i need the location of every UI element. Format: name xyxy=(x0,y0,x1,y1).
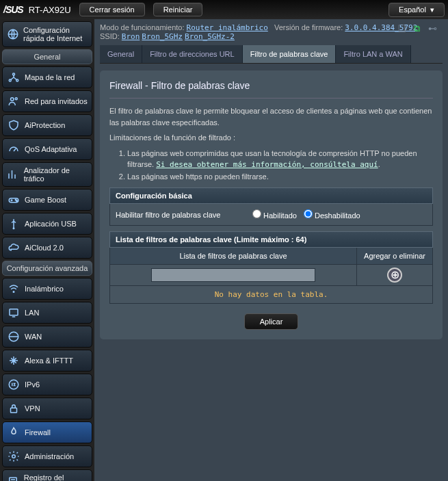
networkmap-icon xyxy=(7,70,21,84)
sidebar: Configuración rápida de Internet General… xyxy=(0,19,94,481)
tab-keyword-filter[interactable]: Filtro de palabras clave xyxy=(243,45,337,63)
no-data-message: No hay datos en la tabla. xyxy=(109,286,433,304)
keyword-list-header: Lista de filtros de palabras clave (Limi… xyxy=(109,231,433,248)
keyword-input[interactable] xyxy=(151,268,315,282)
tab-general[interactable]: General xyxy=(100,45,142,63)
sidebar-item-qis[interactable]: Configuración rápida de Internet xyxy=(2,21,92,47)
status-icon[interactable]: ❏ xyxy=(398,23,409,34)
radio-disabled[interactable] xyxy=(304,209,313,218)
svg-rect-14 xyxy=(11,408,17,413)
svg-point-15 xyxy=(12,455,16,458)
sidebar-item-guest[interactable]: Red para invitados xyxy=(2,90,92,112)
globe-icon xyxy=(7,330,21,343)
sidebar-item-wan[interactable]: WAN xyxy=(2,326,92,348)
sidebar-item-vpn[interactable]: VPN xyxy=(2,398,92,419)
shield-icon xyxy=(7,118,21,132)
sidebar-item-qos[interactable]: QoS Adaptativa xyxy=(2,138,92,160)
sidebar-item-aicloud[interactable]: AiCloud 2.0 xyxy=(2,237,92,259)
globe-icon xyxy=(7,27,19,41)
sidebar-item-aiprotection[interactable]: AiProtection xyxy=(2,114,92,136)
sidebar-item-firewall[interactable]: Firewall xyxy=(2,421,92,443)
sidebar-section-advanced: Configuración avanzada xyxy=(2,261,92,276)
model-name: RT-AX92U xyxy=(29,5,71,15)
sidebar-item-usb[interactable]: Aplicación USB xyxy=(2,213,92,235)
radio-enabled-label[interactable]: Habilitado xyxy=(252,209,297,220)
ssid-value: Bron xyxy=(122,32,140,41)
top-bar: /SUS RT-AX92U Cerrar sesión Reiniciar Es… xyxy=(0,0,448,19)
apply-button[interactable]: Aplicar xyxy=(244,313,299,330)
svg-point-5 xyxy=(15,98,17,100)
col-keyword-header: Lista de filtros de palabras clave xyxy=(110,248,357,264)
svg-rect-11 xyxy=(10,309,18,315)
usb-icon xyxy=(7,217,21,231)
svg-point-1 xyxy=(13,73,15,75)
radio-enabled[interactable] xyxy=(252,209,261,218)
svg-point-8 xyxy=(16,200,18,202)
svg-point-13 xyxy=(9,380,18,389)
sidebar-item-traffic[interactable]: Analizador de tráfico xyxy=(2,162,92,187)
ipv6-icon xyxy=(7,378,21,391)
logout-button[interactable]: Cerrar sesión xyxy=(79,3,145,16)
gear-icon xyxy=(7,450,21,463)
page-title: Firewall - Filtro de palabras clave xyxy=(109,80,433,99)
gamepad-icon xyxy=(7,193,21,207)
tab-url-filter[interactable]: Filtro de direcciones URL xyxy=(142,45,243,63)
sidebar-item-networkmap[interactable]: Mapa de la red xyxy=(2,66,92,88)
enable-filter-label: Habilitar filtro de palabras clave xyxy=(116,211,252,219)
intro-text: El filtro de palabras clave le permite b… xyxy=(109,105,433,128)
lock-icon xyxy=(7,402,21,415)
cloud-icon xyxy=(7,241,21,255)
sidebar-item-admin[interactable]: Administración xyxy=(2,445,92,467)
operation-mode-link[interactable]: Router inalámbrico xyxy=(187,23,268,32)
content-area: Modo de funcionamiento: Router inalámbri… xyxy=(94,19,448,481)
reboot-button[interactable]: Reiniciar xyxy=(153,3,203,16)
tab-lan-wan-filter[interactable]: Filtro LAN a WAN xyxy=(336,45,410,63)
sidebar-item-gameboost[interactable]: Game Boost xyxy=(2,189,92,211)
ssid-value: Bron_5GHz-2 xyxy=(185,32,235,41)
svg-point-10 xyxy=(13,291,14,293)
sidebar-item-ipv6[interactable]: IPv6 xyxy=(2,374,92,395)
brand-logo: /SUS xyxy=(3,4,23,15)
log-icon xyxy=(7,475,20,481)
sidebar-item-alexa[interactable]: Alexa & IFTTT xyxy=(2,350,92,372)
limitation-item: Las páginas web comprimidas que usan la … xyxy=(127,148,433,171)
limits-text: Limitaciones de la función de filtrado : xyxy=(109,132,433,144)
chart-icon xyxy=(7,168,20,181)
lan-icon xyxy=(7,306,21,320)
guest-icon xyxy=(7,94,21,108)
sidebar-item-lan[interactable]: LAN xyxy=(2,302,92,324)
wifi-icon xyxy=(7,282,21,296)
sparkle-icon xyxy=(7,354,21,367)
limitation-item: Las páginas web https no pueden filtrars… xyxy=(127,171,433,183)
add-button[interactable]: ⊕ xyxy=(387,268,402,283)
gauge-icon xyxy=(7,142,21,156)
sidebar-section-general: General xyxy=(2,49,92,64)
basic-config-header: Configuración básica xyxy=(109,187,433,204)
svg-point-4 xyxy=(11,98,14,101)
status-icon[interactable]: ⧉ xyxy=(414,23,423,34)
firewall-icon xyxy=(7,426,21,439)
language-select[interactable]: Español ▾ xyxy=(388,3,445,17)
sidebar-item-wireless[interactable]: Inalámbrico xyxy=(2,278,92,300)
more-info-link[interactable]: Si desea obtener más información, consúl… xyxy=(156,160,378,169)
radio-disabled-label[interactable]: Deshabilitado xyxy=(304,209,360,220)
usb-status-icon[interactable]: ⊷ xyxy=(428,23,440,34)
col-action-header: Agregar o eliminar xyxy=(357,248,432,264)
svg-point-9 xyxy=(13,228,14,229)
tab-row: General Filtro de direcciones URL Filtro… xyxy=(100,45,443,64)
status-bar: Modo de funcionamiento: Router inalámbri… xyxy=(100,19,443,45)
sidebar-item-syslog[interactable]: Registro del sistema xyxy=(2,469,92,481)
ssid-value: Bron_5GHz xyxy=(142,32,183,41)
